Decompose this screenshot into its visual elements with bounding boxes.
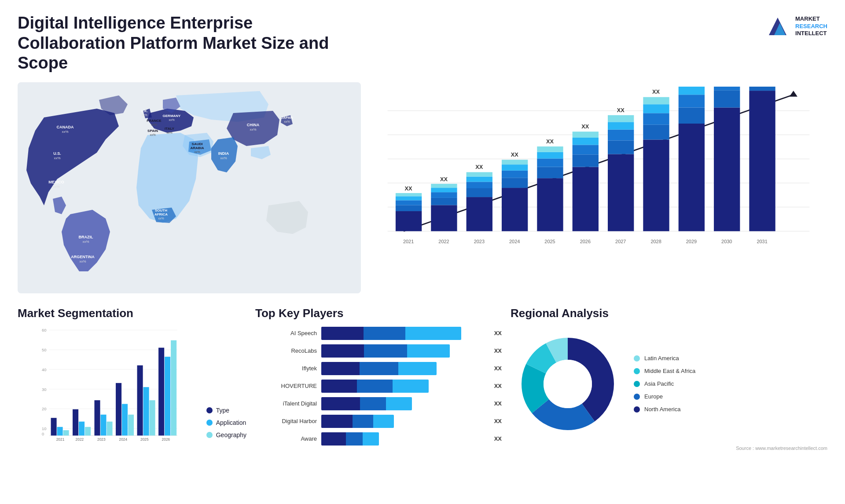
svg-rect-89	[608, 115, 634, 122]
bottom-section: Market Segmentation 60 50 40 30 20 10 0	[18, 307, 827, 482]
svg-text:xx%: xx%	[220, 156, 227, 160]
svg-text:ARABIA: ARABIA	[190, 146, 204, 150]
svg-rect-65	[502, 178, 528, 188]
svg-text:XX: XX	[475, 164, 483, 170]
legend-geography-label: Geography	[216, 431, 246, 438]
svg-rect-154	[158, 347, 164, 435]
svg-rect-151	[143, 387, 149, 435]
legend-application: Application	[206, 419, 246, 426]
svg-rect-102	[679, 87, 705, 95]
svg-rect-99	[679, 124, 705, 231]
svg-text:2025: 2025	[140, 437, 149, 442]
regional-label-latin: Latin America	[644, 355, 679, 362]
svg-rect-50	[431, 205, 457, 231]
svg-text:XX: XX	[440, 175, 448, 182]
svg-rect-142	[94, 400, 100, 435]
player-value: XX	[494, 418, 502, 424]
svg-text:30: 30	[42, 387, 46, 391]
page-container: Digital Intelligence Enterprise Collabor…	[0, 0, 845, 504]
svg-rect-59	[467, 182, 492, 188]
svg-marker-42	[790, 91, 797, 97]
svg-text:xx%: xx%	[169, 118, 174, 121]
svg-text:2025: 2025	[544, 239, 555, 244]
regional-legend-item: Asia Pacific	[634, 380, 695, 387]
player-value: XX	[494, 347, 502, 354]
player-bar	[321, 432, 379, 446]
regional-label-europe: Europe	[644, 393, 663, 400]
svg-text:xx%: xx%	[194, 150, 200, 153]
svg-rect-114	[749, 87, 775, 91]
legend-application-label: Application	[216, 419, 246, 426]
regional-legend-item: Latin America	[634, 355, 695, 362]
svg-text:U.S.: U.S.	[53, 151, 61, 156]
regional-legend: Latin America Middle East & Africa Asia …	[634, 355, 695, 413]
seg-chart-svg: 60 50 40 30 20 10 0	[18, 327, 198, 450]
regional-label-apac: Asia Pacific	[644, 380, 674, 387]
svg-rect-52	[431, 192, 457, 198]
svg-text:xx%: xx%	[151, 123, 157, 126]
player-row: Aware XX	[255, 432, 502, 446]
svg-rect-155	[165, 357, 170, 435]
player-name: RecoLabs	[255, 347, 317, 354]
svg-text:xx%: xx%	[150, 133, 155, 136]
svg-text:JAPAN: JAPAN	[281, 116, 293, 120]
svg-text:XX: XX	[617, 106, 625, 113]
svg-rect-74	[537, 152, 563, 159]
svg-rect-81	[573, 138, 599, 145]
svg-rect-45	[396, 200, 422, 205]
player-row: AI Speech XX	[255, 327, 502, 340]
legend-geography: Geography	[206, 431, 246, 438]
svg-text:ARGENTINA: ARGENTINA	[71, 255, 95, 259]
legend-dot-na	[634, 406, 640, 413]
svg-text:INDIA: INDIA	[218, 151, 229, 156]
svg-point-163	[544, 360, 592, 408]
legend-dot-latin	[634, 355, 640, 362]
svg-text:xx%: xx%	[62, 130, 68, 134]
svg-text:2022: 2022	[76, 437, 84, 442]
svg-text:60: 60	[42, 328, 46, 332]
player-name: Aware	[255, 435, 317, 442]
svg-rect-93	[643, 125, 669, 140]
svg-text:2023: 2023	[97, 437, 106, 442]
svg-rect-64	[502, 188, 528, 231]
svg-rect-47	[396, 193, 422, 196]
player-value: XX	[494, 435, 502, 442]
svg-rect-107	[714, 90, 740, 107]
legend-type-dot	[206, 407, 213, 413]
donut-svg	[511, 327, 625, 441]
player-bar	[321, 362, 437, 375]
svg-rect-53	[431, 188, 457, 192]
svg-text:FRANCE: FRANCE	[147, 119, 162, 123]
player-bar-container	[321, 327, 486, 340]
source-text: Source : www.marketresearchintellect.com	[511, 446, 827, 451]
svg-rect-156	[171, 340, 176, 436]
regional-panel: Regional Analysis	[511, 307, 827, 482]
svg-rect-139	[79, 421, 84, 435]
player-name: iTalent Digital	[255, 400, 317, 407]
player-bar	[321, 415, 394, 428]
player-name: AI Speech	[255, 330, 317, 336]
svg-rect-54	[431, 184, 457, 188]
regional-title: Regional Analysis	[511, 307, 827, 320]
svg-text:2021: 2021	[56, 437, 65, 442]
svg-rect-92	[643, 139, 669, 231]
player-name: HOVERTURE	[255, 383, 317, 389]
svg-text:SOUTH: SOUTH	[155, 208, 167, 212]
svg-text:xx%: xx%	[158, 217, 164, 220]
svg-rect-100	[679, 107, 705, 124]
world-map: CANADA xx% U.S. xx% MEXICO xx% BRAZIL xx…	[18, 82, 361, 293]
svg-text:xx%: xx%	[250, 128, 256, 131]
legend-dot-mea	[634, 368, 640, 374]
player-value: XX	[494, 330, 502, 336]
player-row: RecoLabs XX	[255, 344, 502, 358]
svg-text:SAUDI: SAUDI	[192, 142, 203, 146]
donut-area: Latin America Middle East & Africa Asia …	[511, 327, 827, 441]
svg-rect-94	[643, 113, 669, 124]
regional-legend-item: Middle East & Africa	[634, 368, 695, 374]
svg-text:xx%: xx%	[53, 185, 59, 189]
segmentation-panel: Market Segmentation 60 50 40 30 20 10 0	[18, 307, 246, 482]
svg-rect-152	[150, 400, 155, 435]
svg-text:2024: 2024	[509, 239, 520, 244]
svg-rect-43	[396, 211, 422, 231]
svg-rect-51	[431, 198, 457, 205]
